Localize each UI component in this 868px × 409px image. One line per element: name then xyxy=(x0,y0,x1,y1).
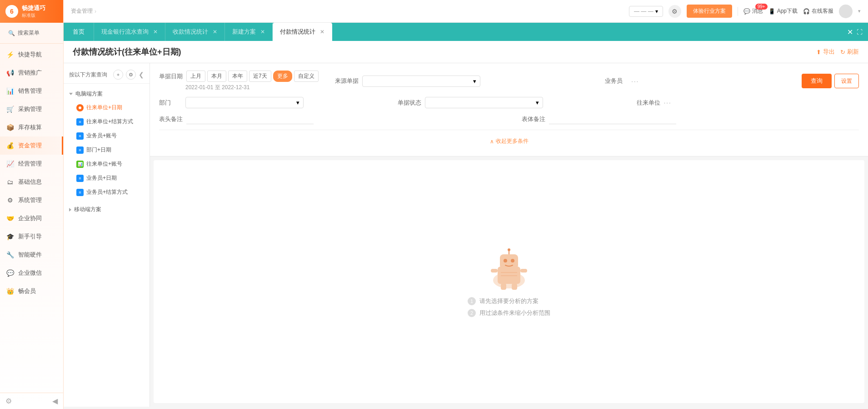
online-service-btn[interactable]: 🎧 在线客服 xyxy=(803,7,833,15)
scheme-item-partner-settlement[interactable]: ≡ 往来单位+结算方式 xyxy=(64,115,150,129)
left-panel: 按以下方案查询 + ⚙ ❮ xyxy=(64,63,150,407)
header-note-input[interactable] xyxy=(186,114,314,124)
user-avatar[interactable] xyxy=(839,5,853,18)
sidebar-item-label: 快捷导航 xyxy=(18,50,42,59)
tab-payment-stats[interactable]: 付款情况统计 ✕ xyxy=(273,23,332,41)
tab-payment-stats-close[interactable]: ✕ xyxy=(320,29,324,35)
dropdown-button[interactable]: — — — ▾ xyxy=(629,6,663,17)
query-button[interactable]: 查询 xyxy=(802,74,832,88)
source-select-arrow: ▾ xyxy=(473,78,476,85)
sidebar-item-guide[interactable]: 🎓 新手引导 xyxy=(0,227,63,246)
date-btn-7days[interactable]: 近7天 xyxy=(249,71,271,82)
window-close-btn[interactable]: ✕ xyxy=(847,28,853,36)
user-dropdown-icon[interactable]: ▾ xyxy=(858,8,861,14)
app-download-label: App下载 xyxy=(777,7,798,15)
tab-home[interactable]: 首页 xyxy=(64,23,94,41)
svg-rect-10 xyxy=(512,283,517,290)
filter-staff-col: 业务员 ··· 查询 设置 xyxy=(605,74,859,88)
tab-receivable-close[interactable]: ✕ xyxy=(213,29,217,35)
refresh-btn[interactable]: ↻ 刷新 xyxy=(840,48,859,56)
tab-new-scheme[interactable]: 新建方案 ✕ xyxy=(225,23,273,41)
scheme-item-staff-date[interactable]: ≡ 业务员+日期 xyxy=(64,171,150,185)
scheme-item-dept-date[interactable]: ≡ 部门+日期 xyxy=(64,143,150,157)
panel-toolbar-label: 按以下方案查询 xyxy=(69,71,107,79)
collapse-conditions-btn[interactable]: ∧ 收起更多条件 xyxy=(486,134,532,149)
svg-point-3 xyxy=(504,259,507,263)
date-btn-custom[interactable]: 自定义 xyxy=(294,71,319,82)
filter-dept-col: 部门 ▾ xyxy=(159,97,381,108)
experience-btn[interactable]: 体验行业方案 xyxy=(687,5,732,18)
app-download-btn[interactable]: 📱 App下载 xyxy=(768,7,798,15)
messages-btn[interactable]: 💬 消息 99+ xyxy=(743,7,763,15)
source-select[interactable]: ▾ xyxy=(362,76,480,87)
sidebar-item-quick-nav[interactable]: ⚡ 快捷导航 xyxy=(0,45,63,64)
date-btn-more[interactable]: 更多 xyxy=(273,71,292,82)
sidebar-item-inventory[interactable]: 📦 库存核算 xyxy=(0,118,63,136)
main-content: 资金管理 › — — — ▾ ⚙ 体验行业方案 💬 消息 99+ 📱 App下载… xyxy=(64,0,868,409)
sidebar-subtitle: 标准版 xyxy=(22,12,45,19)
sidebar-item-finance[interactable]: 💰 资金管理 xyxy=(0,136,63,155)
partner-more-btn[interactable]: ··· xyxy=(664,99,672,106)
scheme-item-staff-account[interactable]: ≡ 业务员+账号 xyxy=(64,129,150,143)
desktop-schemes: 电脑端方案 往来单位+日期 ≡ 往来单位+结算方式 ≡ 业务员+账号 xyxy=(64,86,150,201)
collapse-sidebar-icon[interactable]: ◀ xyxy=(52,397,58,405)
panel-toolbar: 按以下方案查询 + ⚙ ❮ xyxy=(64,68,150,84)
export-btn[interactable]: ⬆ 导出 xyxy=(816,48,835,56)
search-menu-item[interactable]: 🔍 搜索菜单 xyxy=(5,26,59,40)
dept-select[interactable]: ▾ xyxy=(185,97,304,108)
tip-num-1: 1 xyxy=(468,297,476,305)
sidebar-item-label: 资金管理 xyxy=(18,141,42,150)
sidebar-item-marketing[interactable]: 📢 营销推广 xyxy=(0,64,63,82)
panel-add-btn[interactable]: + xyxy=(113,70,123,80)
quick-nav-icon: ⚡ xyxy=(5,50,15,59)
date-btn-last-month[interactable]: 上月 xyxy=(186,71,205,82)
date-btn-this-month[interactable]: 本月 xyxy=(207,71,226,82)
refresh-label: 刷新 xyxy=(847,48,859,56)
panel-toolbar-icons: + ⚙ ❮ xyxy=(113,70,144,80)
scheme-item-staff-settlement[interactable]: ≡ 业务员+结算方式 xyxy=(64,185,150,199)
tab-cash-flow[interactable]: 现金银行流水查询 ✕ xyxy=(94,23,165,41)
scheme-item-partner-account[interactable]: 📊 往来单位+账号 xyxy=(64,157,150,171)
tab-receivable[interactable]: 收款情况统计 ✕ xyxy=(165,23,225,41)
setting-button[interactable]: 设置 xyxy=(834,74,859,88)
scheme-item-partner-date[interactable]: 往来单位+日期 xyxy=(64,101,150,115)
sidebar-item-label: 企业协同 xyxy=(18,214,42,222)
sidebar-item-basic-info[interactable]: 🗂 基础信息 xyxy=(0,173,63,191)
staff-more-btn[interactable]: ··· xyxy=(631,78,639,85)
settings-gear-icon[interactable]: ⚙ xyxy=(668,5,681,18)
panel-settings-btn[interactable]: ⚙ xyxy=(126,70,136,80)
settings-footer-icon[interactable]: ⚙ xyxy=(5,397,12,405)
body-note-input[interactable] xyxy=(549,114,676,124)
content-body: 按以下方案查询 + ⚙ ❮ xyxy=(64,63,868,407)
sidebar-item-label: 新手引导 xyxy=(18,232,42,241)
window-expand-btn[interactable]: ⛶ xyxy=(857,29,863,35)
status-select[interactable]: ▾ xyxy=(425,97,543,108)
filter-source-col: 来源单据 ▾ xyxy=(335,76,589,87)
scheme-item-label: 业务员+账号 xyxy=(86,132,117,140)
sidebar-item-hardware[interactable]: 🔧 智能硬件 xyxy=(0,246,63,264)
page-header: 付款情况统计(往来单位+日期) ⬆ 导出 ↻ 刷新 xyxy=(64,41,868,63)
panel-collapse-btn[interactable]: ❮ xyxy=(139,71,144,78)
hardware-icon: 🔧 xyxy=(5,250,15,259)
sidebar-item-system[interactable]: ⚙ 系统管理 xyxy=(0,191,63,209)
sidebar-item-sales[interactable]: 📊 销售管理 xyxy=(0,82,63,100)
sidebar-item-member[interactable]: 👑 畅会员 xyxy=(0,282,63,300)
sidebar-item-enterprise[interactable]: 🤝 企业协同 xyxy=(0,209,63,227)
topbar: 资金管理 › — — — ▾ ⚙ 体验行业方案 💬 消息 99+ 📱 App下载… xyxy=(64,0,868,23)
date-btn-this-year[interactable]: 本年 xyxy=(228,71,247,82)
svg-rect-8 xyxy=(520,269,527,273)
sidebar-footer: ⚙ ◀ xyxy=(0,393,63,409)
sidebar-title: 畅捷通巧 xyxy=(22,4,45,12)
body-note-label: 表体备注 xyxy=(522,115,545,123)
tab-new-scheme-close[interactable]: ✕ xyxy=(260,29,265,35)
tab-cash-flow-close[interactable]: ✕ xyxy=(153,29,158,35)
online-service-label: 在线客服 xyxy=(812,7,833,15)
desktop-section-header[interactable]: 电脑端方案 xyxy=(64,87,150,101)
mobile-section-header[interactable]: 移动端方案 xyxy=(64,203,150,216)
marketing-icon: 📢 xyxy=(5,68,15,77)
sidebar-item-operations[interactable]: 📈 经营管理 xyxy=(0,155,63,173)
sidebar-item-purchase[interactable]: 🛒 采购管理 xyxy=(0,100,63,118)
chart-scheme-icon: 📊 xyxy=(76,161,84,168)
sidebar-item-wechat[interactable]: 💬 企业微信 xyxy=(0,264,63,282)
sidebar-search-section: 🔍 搜索菜单 xyxy=(0,23,63,44)
